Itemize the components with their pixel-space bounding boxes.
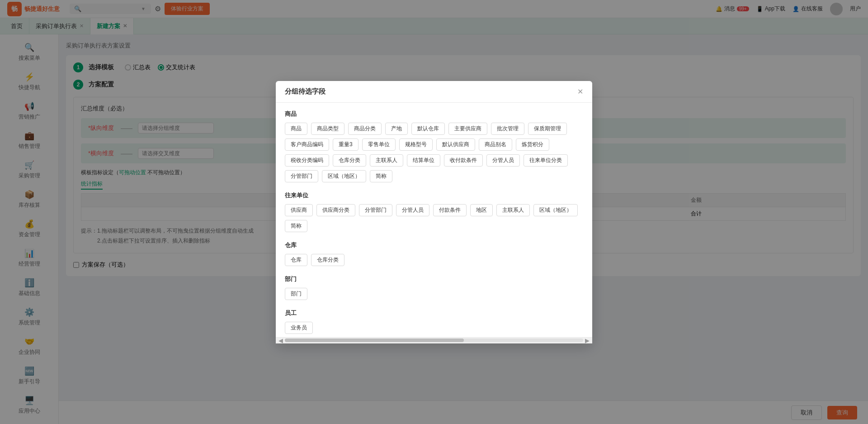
field-tag-0-19[interactable]: 收付款条件 (444, 154, 483, 167)
field-section-2: 仓库仓库仓库分类 (285, 241, 583, 266)
modal-body: 商品商品商品类型商品分类产地默认仓库主要供应商批次管理保质期管理客户商品编码重量… (276, 103, 592, 337)
scroll-left-arrow[interactable]: ◀ (278, 337, 283, 344)
field-section-title-4: 员工 (285, 309, 583, 317)
field-section-title-0: 商品 (285, 110, 583, 118)
field-tags-3: 部门 (285, 288, 583, 300)
modal-header: 分组待选字段 ✕ (276, 81, 592, 103)
scroll-right-arrow[interactable]: ▶ (585, 337, 590, 344)
field-tags-4: 业务员 (285, 322, 583, 334)
field-tags-1: 供应商供应商分类分管部门分管人员付款条件地区主联系人区域（地区）简称 (285, 204, 583, 232)
field-section-title-3: 部门 (285, 275, 583, 283)
field-tag-0-11[interactable]: 规格型号 (399, 138, 433, 151)
field-tag-0-13[interactable]: 商品别名 (479, 138, 512, 151)
field-tag-0-4[interactable]: 默认仓库 (411, 123, 445, 135)
field-tag-1-4[interactable]: 付款条件 (433, 204, 467, 216)
field-tag-0-5[interactable]: 主要供应商 (448, 123, 487, 135)
field-tag-0-14[interactable]: 炼货积分 (516, 138, 549, 151)
field-tag-0-23[interactable]: 区域（地区） (322, 170, 366, 182)
field-section-4: 员工业务员 (285, 309, 583, 334)
field-tag-0-1[interactable]: 商品类型 (311, 123, 344, 135)
field-tag-2-0[interactable]: 仓库 (285, 254, 307, 266)
field-tag-0-9[interactable]: 重量3 (333, 138, 359, 151)
field-tag-0-7[interactable]: 保质期管理 (528, 123, 567, 135)
field-tag-0-8[interactable]: 客户商品编码 (285, 138, 329, 151)
field-tag-0-22[interactable]: 分管部门 (285, 170, 318, 182)
field-tags-2: 仓库仓库分类 (285, 254, 583, 266)
field-tag-0-2[interactable]: 商品分类 (348, 123, 382, 135)
field-section-title-1: 往来单位 (285, 191, 583, 200)
field-tag-0-16[interactable]: 仓库分类 (333, 154, 366, 167)
field-section-1: 往来单位供应商供应商分类分管部门分管人员付款条件地区主联系人区域（地区）简称 (285, 191, 583, 232)
field-tag-0-24[interactable]: 简称 (370, 170, 392, 182)
field-tag-3-0[interactable]: 部门 (285, 288, 307, 300)
field-tag-1-6[interactable]: 主联系人 (496, 204, 530, 216)
field-tag-2-1[interactable]: 仓库分类 (311, 254, 344, 266)
field-tag-1-1[interactable]: 供应商分类 (316, 204, 355, 216)
field-section-0: 商品商品商品类型商品分类产地默认仓库主要供应商批次管理保质期管理客户商品编码重量… (285, 110, 583, 182)
field-tag-0-12[interactable]: 默认供应商 (436, 138, 475, 151)
field-tag-0-6[interactable]: 批次管理 (491, 123, 524, 135)
field-tag-0-0[interactable]: 商品 (285, 123, 307, 135)
field-tag-0-20[interactable]: 分管人员 (486, 154, 520, 167)
field-tag-0-21[interactable]: 往来单位分类 (524, 154, 568, 167)
field-section-3: 部门部门 (285, 275, 583, 300)
field-tag-1-5[interactable]: 地区 (470, 204, 493, 216)
field-tag-1-2[interactable]: 分管部门 (359, 204, 392, 216)
field-tag-0-18[interactable]: 结算单位 (407, 154, 440, 167)
field-section-title-2: 仓库 (285, 241, 583, 249)
modal-title: 分组待选字段 (285, 87, 326, 96)
modal-horizontal-scrollbar[interactable]: ◀ ▶ (276, 337, 592, 343)
field-tag-1-0[interactable]: 供应商 (285, 204, 313, 216)
scroll-thumb (285, 338, 464, 342)
field-tag-1-8[interactable]: 简称 (285, 220, 307, 232)
modal-close-icon[interactable]: ✕ (577, 87, 583, 96)
scroll-track (285, 338, 583, 342)
field-tag-4-0[interactable]: 业务员 (285, 322, 313, 334)
field-tag-1-3[interactable]: 分管人员 (396, 204, 429, 216)
field-tag-0-15[interactable]: 税收分类编码 (285, 154, 329, 167)
field-tag-1-7[interactable]: 区域（地区） (533, 204, 578, 216)
field-tag-0-10[interactable]: 零售单位 (362, 138, 396, 151)
modal-dialog: 分组待选字段 ✕ 商品商品商品类型商品分类产地默认仓库主要供应商批次管理保质期管… (276, 81, 592, 343)
field-tags-0: 商品商品类型商品分类产地默认仓库主要供应商批次管理保质期管理客户商品编码重量3零… (285, 123, 583, 182)
field-tag-0-3[interactable]: 产地 (385, 123, 408, 135)
modal-overlay: 分组待选字段 ✕ 商品商品商品类型商品分类产地默认仓库主要供应商批次管理保质期管… (0, 0, 868, 424)
field-tag-0-17[interactable]: 主联系人 (370, 154, 403, 167)
